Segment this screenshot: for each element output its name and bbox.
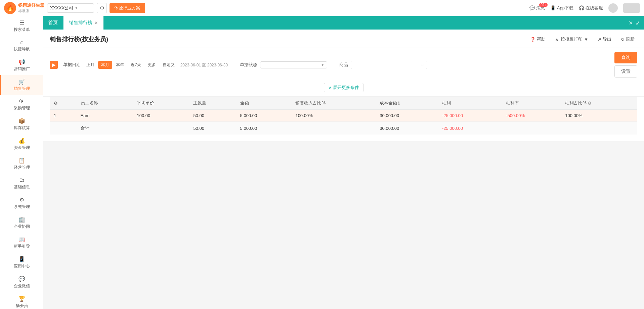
cell-rank-0: 1	[50, 110, 77, 122]
footer-gross-pct	[561, 122, 637, 135]
date-btn-this-month[interactable]: 本月	[98, 61, 112, 69]
sidebar-items: ☰ 搜索菜单 ⌂ 快捷导航 📢 营销推广 🛒 销售管理 🛍 采购管理 📦 库存核…	[0, 16, 43, 309]
brand-text: 畅康通好生意 标准版	[18, 2, 44, 13]
purchase-icon: 🛍	[19, 98, 25, 104]
col-name: 员工名称	[77, 97, 133, 110]
sidebar-item-marketing[interactable]: 📢 营销推广	[0, 55, 43, 75]
footer-gross-margin	[502, 122, 561, 135]
sidebar-item-inventory[interactable]: 📦 库存核算	[0, 114, 43, 134]
goods-more-icon[interactable]: ···	[421, 62, 424, 67]
goods-filter-label: 商品	[339, 62, 348, 68]
filter-row: ▶ 单据日期 上月 本月 本年 近7天 更多 自定义	[50, 52, 637, 78]
expand-more-button[interactable]: ∨ 展开更多条件	[324, 83, 363, 92]
refresh-button[interactable]: ↻ 刷新	[618, 35, 637, 44]
date-range-value: 2023-06-01 至 2023-06-30	[180, 62, 228, 68]
sidebar-item-operations[interactable]: 📋 经营管理	[0, 154, 43, 174]
company-selector[interactable]: XXXXX公司 ▼	[47, 3, 94, 13]
message-button[interactable]: 💬 消息 99+	[529, 5, 545, 11]
content-inner: 销售排行榜(按业务员) ❓ 帮助 🖨 按模板打印 ▼	[43, 30, 644, 141]
expand-more-label: 展开更多条件	[333, 85, 359, 91]
export-button[interactable]: ↗ 导出	[595, 35, 614, 44]
footer-sales-pct	[291, 122, 376, 135]
query-button[interactable]: 查询	[614, 52, 637, 63]
sidebar-item-search[interactable]: ☰ 搜索菜单	[0, 16, 43, 36]
col-amount: 全额	[236, 97, 292, 110]
sidebar-item-enterprise[interactable]: 🏢 企业协同	[0, 213, 43, 233]
apps-icon: 📱	[18, 256, 25, 262]
export-icon: ↗	[598, 37, 601, 42]
footer-cost: 30,000.00	[376, 122, 438, 135]
app-download-label: App下载	[557, 5, 573, 11]
sidebar-item-purchase[interactable]: 🛍 采购管理	[0, 95, 43, 114]
inventory-icon: 📦	[18, 118, 25, 124]
settings-icon[interactable]: ⚙	[97, 3, 107, 13]
sidebar-item-member[interactable]: 🏆 畅会员	[0, 292, 43, 309]
help-button[interactable]: ❓ 帮助	[527, 35, 548, 44]
col-gross-profit: 毛利	[438, 97, 502, 110]
sidebar-item-finance[interactable]: 💰 资金管理	[0, 134, 43, 154]
date-buttons: 上月 本月 本年 近7天 更多 自定义	[83, 61, 178, 69]
sidebar-label-search: 搜索菜单	[14, 27, 30, 33]
footer-amount: 5,000.00	[236, 122, 292, 135]
trial-button[interactable]: 体验行业方案	[110, 3, 145, 13]
template-print-arrow-icon: ▼	[584, 37, 588, 42]
tab-close-window-icon[interactable]: ✕	[629, 20, 633, 26]
tab-right-actions: ✕ ⤢	[629, 20, 644, 26]
filter-expand-arrow[interactable]: ▶	[50, 61, 58, 69]
goods-input-wrapper: ···	[351, 61, 427, 69]
tab-close-icon[interactable]: ✕	[94, 20, 98, 25]
sidebar-item-basics[interactable]: 🗂 基础信息	[0, 174, 43, 193]
sidebar-item-shortcut[interactable]: ⌂ 快捷导航	[0, 36, 43, 55]
table-body: 1 Eam 100.00 50.00 5,000.00 100.00% 30,0…	[50, 110, 637, 122]
sales-table: ⚙ 员工名称 平均单价 主数量 全额 销售收入占比% 成本全额	[50, 97, 637, 135]
sidebar: ☰ 搜索菜单 ⌂ 快捷导航 📢 营销推广 🛒 销售管理 🛍 采购管理 📦 库存核…	[0, 16, 43, 309]
user-name	[623, 3, 640, 13]
goods-input[interactable]	[354, 62, 421, 67]
date-filter-label: 单据日期	[63, 62, 81, 68]
col-settings: ⚙	[50, 97, 77, 110]
export-label: 导出	[603, 36, 611, 42]
gross-pct-info-icon[interactable]: ⚙	[588, 101, 592, 106]
date-btn-this-year[interactable]: 本年	[113, 61, 127, 69]
company-name: XXXXX公司	[50, 5, 73, 11]
top-bar: 🔥 畅康通好生意 标准版 XXXXX公司 ▼ ⚙ 体验行业方案 💬 消息 99+…	[0, 0, 644, 16]
sidebar-label-finance: 资金管理	[14, 145, 30, 151]
footer-quantity: 50.00	[189, 122, 236, 135]
avatar[interactable]	[608, 3, 618, 13]
page-title: 销售排行榜(按业务员)	[50, 35, 108, 43]
sidebar-item-apps[interactable]: 📱 应用中心	[0, 253, 43, 272]
date-btn-last-month[interactable]: 上月	[83, 61, 97, 69]
sidebar-label-sales: 销售管理	[14, 86, 30, 92]
tab-sales-ranking[interactable]: 销售排行榜 ✕	[63, 16, 103, 30]
online-service-label: 在线客服	[586, 5, 603, 11]
col-cost: 成本全额 ℹ	[376, 97, 438, 110]
sidebar-item-sales[interactable]: 🛒 销售管理	[0, 75, 43, 95]
page-header: 销售排行榜(按业务员) ❓ 帮助 🖨 按模板打印 ▼	[43, 30, 644, 48]
enterprise-icon: 🏢	[18, 216, 25, 223]
sidebar-item-wechat[interactable]: 💬 企业微信	[0, 272, 43, 292]
table-settings-icon[interactable]: ⚙	[54, 101, 58, 106]
date-btn-7days[interactable]: 近7天	[128, 61, 144, 69]
headset-icon: 🎧	[579, 5, 584, 10]
cell-cost-0: 30,000.00	[376, 110, 438, 122]
app-container: 🔥 畅康通好生意 标准版 XXXXX公司 ▼ ⚙ 体验行业方案 💬 消息 99+…	[0, 0, 644, 309]
col-avg-price: 平均单价	[133, 97, 189, 110]
app-download-button[interactable]: 📱 App下载	[550, 5, 573, 11]
refresh-label: 刷新	[626, 36, 635, 42]
table-footer: 合计 50.00 5,000.00 30,000.00 -25,000.00	[50, 122, 637, 135]
tab-restore-icon[interactable]: ⤢	[636, 20, 640, 26]
status-select[interactable]: ▼	[260, 61, 327, 68]
cost-info-icon[interactable]: ℹ	[398, 101, 400, 106]
date-btn-more[interactable]: 更多	[145, 61, 159, 69]
date-filter: 单据日期 上月 本月 本年 近7天 更多 自定义	[63, 61, 228, 69]
tab-home[interactable]: 首页	[43, 16, 63, 30]
sidebar-item-system[interactable]: ⚙ 系统管理	[0, 193, 43, 213]
date-btn-custom[interactable]: 自定义	[160, 61, 178, 69]
online-service-button[interactable]: 🎧 在线客服	[579, 5, 603, 11]
template-print-button[interactable]: 🖨 按模板打印 ▼	[552, 35, 591, 44]
basics-icon: 🗂	[19, 177, 25, 183]
sidebar-item-guide[interactable]: 📖 新手引导	[0, 233, 43, 253]
message-icon: 💬	[529, 5, 535, 10]
settings-button[interactable]: 设置	[614, 65, 637, 78]
main-area: ☰ 搜索菜单 ⌂ 快捷导航 📢 营销推广 🛒 销售管理 🛍 采购管理 📦 库存核…	[0, 16, 644, 309]
